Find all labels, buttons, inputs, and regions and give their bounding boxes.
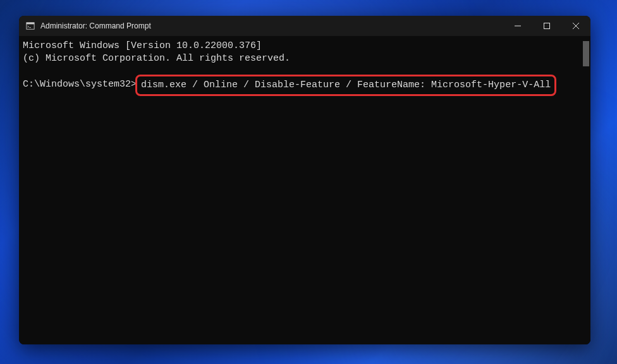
maximize-button[interactable] (532, 16, 561, 36)
command-prompt-window: Administrator: Command Prompt Microsoft (19, 16, 590, 344)
window-title: Administrator: Command Prompt (40, 21, 151, 30)
titlebar[interactable]: Administrator: Command Prompt (19, 16, 590, 36)
header-line-1: Microsoft Windows [Version 10.0.22000.37… (23, 40, 590, 52)
close-button[interactable] (561, 16, 590, 36)
prompt-path: C:\Windows\system32> (23, 78, 137, 96)
svg-rect-4 (544, 23, 550, 29)
header-line-2: (c) Microsoft Corporation. All rights re… (23, 52, 590, 65)
command-text: dism.exe / Online / Disable-Feature / Fe… (141, 80, 551, 90)
terminal-body[interactable]: Microsoft Windows [Version 10.0.22000.37… (19, 36, 590, 344)
svg-rect-1 (27, 23, 34, 25)
scrollbar-thumb[interactable] (583, 41, 589, 66)
prompt-line: C:\Windows\system32>dism.exe / Online / … (23, 78, 590, 96)
window-controls (503, 16, 590, 36)
command-highlight-box: dism.exe / Online / Disable-Feature / Fe… (135, 75, 556, 96)
scrollbar-track[interactable] (580, 36, 590, 344)
minimize-button[interactable] (503, 16, 532, 36)
cmd-icon (25, 21, 35, 31)
